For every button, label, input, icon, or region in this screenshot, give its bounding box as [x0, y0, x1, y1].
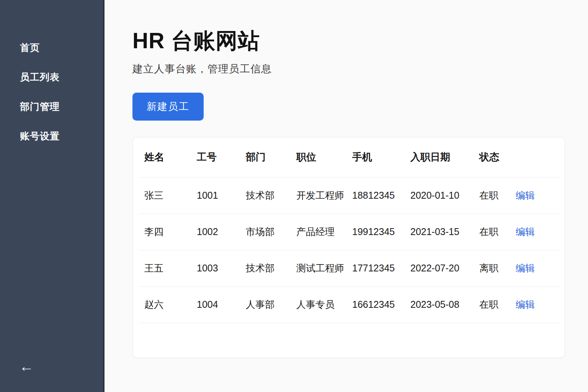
employee-position: 测试工程师 [296, 262, 352, 274]
sidebar-item-department-management[interactable]: 部门管理 [20, 100, 103, 113]
employee-hire-date: 2023-05-08 [410, 299, 479, 310]
employee-id: 1003 [197, 263, 246, 274]
column-header-position: 职位 [296, 150, 352, 164]
new-employee-button[interactable]: 新建员工 [132, 93, 204, 121]
employee-department: 技术部 [246, 189, 296, 202]
employee-phone: 16612345 [352, 299, 410, 310]
column-header-hire-date: 入职日期 [410, 150, 479, 164]
employee-phone: 17712345 [352, 263, 410, 274]
employee-phone: 18812345 [352, 190, 410, 201]
employee-status: 在职 [479, 189, 516, 202]
edit-link[interactable]: 编辑 [516, 226, 535, 237]
main-content: HR 台账网站 建立人事台账，管理员工信息 新建员工 姓名 工号 部门 职位 手… [105, 0, 588, 392]
employee-hire-date: 2020-01-10 [410, 190, 479, 201]
column-header-status: 状态 [479, 150, 516, 164]
page-subtitle: 建立人事台账，管理员工信息 [132, 62, 588, 76]
employee-id: 1004 [197, 299, 246, 310]
edit-link[interactable]: 编辑 [516, 190, 535, 201]
employee-position: 产品经理 [296, 225, 352, 238]
table-row: 王五 1003 技术部 测试工程师 17712345 2022-07-20 离职… [138, 250, 559, 287]
employee-status: 离职 [479, 262, 516, 274]
page-title: HR 台账网站 [132, 28, 588, 54]
sidebar-footer: ← [0, 359, 103, 392]
sidebar: 首页 员工列表 部门管理 账号设置 ← [0, 0, 105, 392]
employee-id: 1001 [197, 190, 246, 201]
edit-link[interactable]: 编辑 [516, 263, 535, 273]
employee-name: 赵六 [144, 298, 197, 311]
table-header-row: 姓名 工号 部门 职位 手机 入职日期 状态 [138, 137, 559, 178]
employee-department: 市场部 [246, 225, 296, 238]
column-header-name: 姓名 [144, 150, 197, 164]
back-arrow-icon[interactable]: ← [19, 358, 34, 374]
table-row: 赵六 1004 人事部 人事专员 16612345 2023-05-08 在职 … [138, 287, 559, 323]
table-row: 张三 1001 技术部 开发工程师 18812345 2020-01-10 在职… [138, 178, 559, 214]
employee-table-card: 姓名 工号 部门 职位 手机 入职日期 状态 张三 1001 技术部 开发工程师… [132, 137, 565, 358]
employee-phone: 19912345 [352, 226, 410, 237]
employee-department: 技术部 [246, 262, 296, 274]
employee-hire-date: 2022-07-20 [410, 263, 479, 274]
employee-status: 在职 [479, 225, 516, 238]
column-header-phone: 手机 [352, 150, 410, 164]
column-header-department: 部门 [246, 150, 296, 164]
employee-name: 王五 [144, 262, 197, 274]
employee-department: 人事部 [246, 298, 296, 311]
sidebar-item-account-settings[interactable]: 账号设置 [20, 130, 103, 142]
employee-status: 在职 [479, 298, 516, 311]
employee-position: 人事专员 [296, 298, 352, 311]
table-row: 李四 1002 市场部 产品经理 19912345 2021-03-15 在职 … [138, 214, 559, 250]
sidebar-item-home[interactable]: 首页 [20, 41, 103, 54]
sidebar-nav: 首页 员工列表 部门管理 账号设置 [0, 0, 103, 142]
column-header-employee-id: 工号 [197, 150, 246, 164]
employee-id: 1002 [197, 226, 246, 237]
edit-link[interactable]: 编辑 [516, 299, 535, 310]
employee-name: 张三 [144, 189, 197, 202]
sidebar-item-employee-list[interactable]: 员工列表 [20, 71, 103, 83]
employee-name: 李四 [144, 225, 197, 238]
employee-hire-date: 2021-03-15 [410, 226, 479, 237]
employee-position: 开发工程师 [296, 189, 352, 202]
